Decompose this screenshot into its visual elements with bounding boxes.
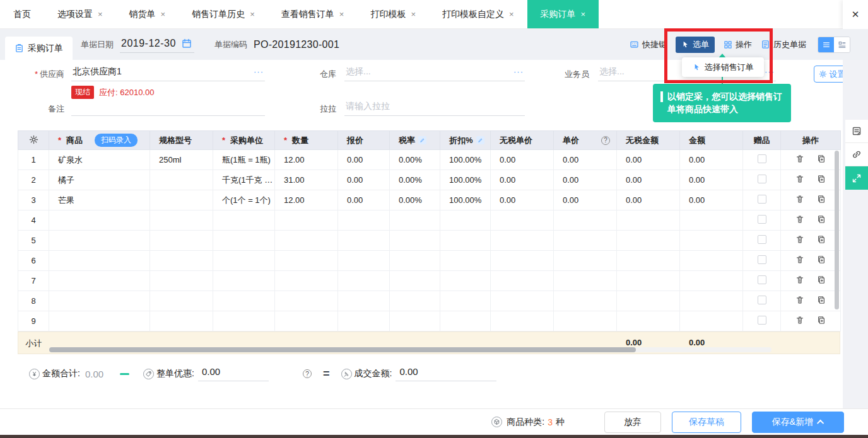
help-icon[interactable]: ?: [601, 136, 610, 145]
cell-spec[interactable]: [150, 231, 213, 251]
cell-spec[interactable]: [150, 251, 213, 271]
cell-product[interactable]: 芒果: [49, 190, 150, 210]
cell-amount[interactable]: 0.00: [680, 190, 743, 210]
delete-row-icon[interactable]: [795, 316, 804, 325]
delete-row-icon[interactable]: [795, 275, 804, 284]
cell-price_notax[interactable]: [491, 311, 554, 331]
cell-amount[interactable]: [680, 251, 743, 271]
cell-amount[interactable]: [680, 291, 743, 311]
cell-amount[interactable]: [680, 210, 743, 231]
save-draft-button[interactable]: 保存草稿: [672, 412, 741, 433]
cell-unit[interactable]: [213, 210, 275, 231]
copy-row-icon[interactable]: [817, 255, 826, 264]
gift-checkbox[interactable]: [758, 255, 766, 264]
calendar-icon[interactable]: [182, 38, 192, 49]
cell-amount_notax[interactable]: 0.00: [617, 150, 680, 170]
cell-qty[interactable]: 12.00: [275, 150, 338, 170]
expand-button[interactable]: [845, 166, 868, 190]
cell-qty[interactable]: [275, 311, 338, 331]
discount-input[interactable]: 0.00: [198, 366, 269, 381]
edit-column-icon[interactable]: [418, 136, 426, 144]
cell-qty[interactable]: 12.00: [275, 190, 338, 210]
cell-price_notax[interactable]: 0.00: [491, 150, 554, 170]
delete-row-icon[interactable]: [795, 235, 804, 244]
tab-close-icon[interactable]: ×: [339, 9, 344, 19]
cell-price_notax[interactable]: 0.00: [491, 170, 554, 190]
tab-6[interactable]: 打印模板×: [357, 0, 429, 28]
date-field[interactable]: 2019-12-30: [120, 36, 194, 53]
salesman-more-button[interactable]: ···: [765, 67, 775, 76]
cell-price_notax[interactable]: 0.00: [491, 190, 554, 210]
cell-spec[interactable]: [150, 311, 213, 331]
cell-discount[interactable]: [440, 311, 491, 331]
cell-qty[interactable]: [275, 291, 338, 311]
cell-product[interactable]: 橘子: [49, 170, 150, 190]
cell-product[interactable]: [49, 231, 150, 251]
cancel-button[interactable]: 放弃: [604, 412, 661, 433]
cell-price[interactable]: [554, 271, 617, 291]
cell-unit[interactable]: [213, 251, 275, 271]
gift-checkbox[interactable]: [758, 316, 766, 325]
cell-product[interactable]: [49, 210, 150, 231]
close-all-button[interactable]: ✕: [843, 0, 868, 29]
warehouse-more-button[interactable]: ···: [513, 67, 524, 76]
gift-checkbox[interactable]: [758, 215, 766, 224]
tab-5[interactable]: 查看销售订单×: [268, 0, 358, 28]
remark-field[interactable]: [71, 100, 265, 116]
gear-icon[interactable]: [29, 135, 38, 144]
deal-input[interactable]: 0.00: [396, 366, 496, 381]
cell-unit[interactable]: [213, 291, 275, 311]
save-and-new-button[interactable]: 保存&新增: [752, 412, 844, 433]
doc-tab-purchase-order[interactable]: 采购订单: [5, 37, 73, 60]
cell-price[interactable]: [554, 311, 617, 331]
delete-row-icon[interactable]: [795, 195, 804, 204]
cell-amount[interactable]: [680, 271, 743, 291]
copy-row-icon[interactable]: [817, 215, 826, 224]
horizontal-scrollbar[interactable]: [49, 347, 771, 352]
cell-amount[interactable]: [680, 231, 743, 251]
tab-4[interactable]: 销售订单历史×: [179, 0, 268, 28]
help-icon[interactable]: ?: [303, 369, 312, 378]
cell-quote[interactable]: [338, 311, 390, 331]
cell-amount_notax[interactable]: [617, 251, 680, 271]
tab-close-icon[interactable]: ×: [161, 9, 166, 19]
supplier-field[interactable]: 北京供应商1 ···: [71, 65, 265, 81]
cell-unit[interactable]: [213, 311, 275, 331]
tab-close-icon[interactable]: ×: [98, 9, 103, 19]
cell-amount_notax[interactable]: 0.00: [617, 170, 680, 190]
cell-amount[interactable]: 0.00: [680, 150, 743, 170]
gift-checkbox[interactable]: [758, 175, 766, 183]
edit-column-icon[interactable]: [476, 136, 484, 144]
cell-discount[interactable]: [440, 210, 491, 231]
cell-price_notax[interactable]: [491, 231, 554, 251]
cell-unit[interactable]: 瓶(1瓶 = 1瓶): [213, 150, 275, 170]
cell-tax[interactable]: [390, 251, 440, 271]
vertical-scrollbar[interactable]: [835, 151, 839, 309]
cell-amount[interactable]: 0.00: [680, 170, 743, 190]
cell-quote[interactable]: [338, 271, 390, 291]
cell-tax[interactable]: [390, 291, 440, 311]
shortcut-keys-button[interactable]: 快捷键: [630, 39, 667, 50]
tab-2[interactable]: 选项设置×: [44, 0, 116, 28]
select-order-button[interactable]: 选单: [676, 37, 715, 53]
cell-price_notax[interactable]: [491, 251, 554, 271]
cell-price_notax[interactable]: [491, 271, 554, 291]
copy-row-icon[interactable]: [817, 195, 826, 204]
cell-quote[interactable]: [338, 251, 390, 271]
cell-spec[interactable]: [150, 210, 213, 231]
cell-discount[interactable]: 100.00%: [440, 150, 491, 170]
cell-quote[interactable]: 0.00: [338, 190, 390, 210]
copy-row-icon[interactable]: [817, 235, 826, 244]
delete-row-icon[interactable]: [795, 154, 804, 163]
card-view-button[interactable]: [834, 37, 850, 52]
cell-amount_notax[interactable]: [617, 231, 680, 251]
cell-tax[interactable]: [390, 311, 440, 331]
attachment-button[interactable]: [845, 143, 868, 166]
cell-price[interactable]: [554, 210, 617, 231]
cell-discount[interactable]: [440, 291, 491, 311]
cell-price[interactable]: 0.00: [554, 150, 617, 170]
cell-product[interactable]: [49, 311, 150, 331]
cell-qty[interactable]: [275, 210, 338, 231]
copy-row-icon[interactable]: [817, 154, 826, 163]
cell-product[interactable]: [49, 251, 150, 271]
